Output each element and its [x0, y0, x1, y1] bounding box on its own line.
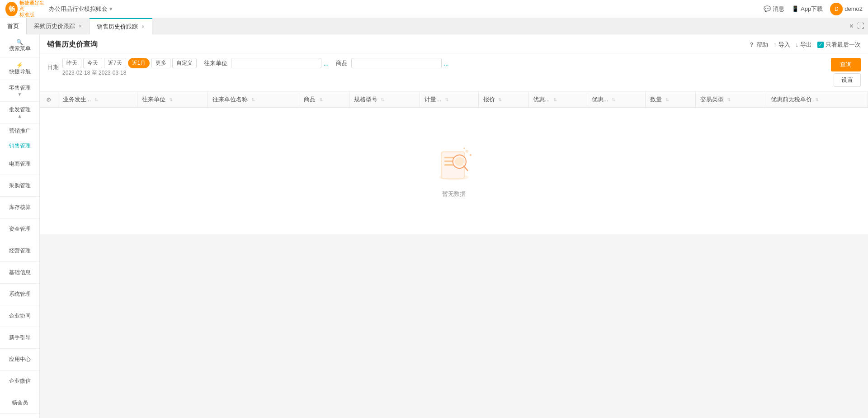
date-filter-group: 日期 昨天 今天 近7天 近1月 更多 自定义 2023-02-18 至 202… [47, 58, 197, 77]
tab-bar-actions: × ⛶ [849, 22, 868, 30]
col-unit[interactable]: 计量... ⇅ [420, 92, 479, 108]
sort-icon: ⇅ [381, 97, 384, 102]
sidebar-item-app-center[interactable]: 应用中心 [0, 349, 39, 370]
export-icon: ↓ [796, 41, 799, 48]
sort-icon: ⇅ [319, 97, 323, 102]
main-content: 🔍 搜索菜单 ⚡ 快捷导航 零售管理 ▼ 批发管理 ▲ 营销推广 销售管理 [0, 34, 868, 418]
close-all-tabs-button[interactable]: × [849, 22, 854, 30]
help-button[interactable]: ？ 帮助 [749, 41, 768, 49]
col-discount2[interactable]: 优惠... ⇅ [587, 92, 646, 108]
sort-icon: ⇅ [498, 97, 502, 102]
col-partner-code[interactable]: 往来单位 ⇅ [137, 92, 208, 108]
nav-icon: ⚡ [16, 62, 23, 68]
date-btn-custom[interactable]: 自定义 [172, 58, 197, 68]
message-icon: 💬 [764, 5, 771, 12]
col-product[interactable]: 商品 ⇅ [299, 92, 349, 108]
maximize-button[interactable]: ⛶ [857, 22, 864, 30]
avatar: D [830, 3, 843, 15]
sort-icon: ⇅ [815, 97, 819, 102]
sidebar-item-enterprise-wechat[interactable]: 企业微信 [0, 370, 39, 392]
page-title: 销售历史价查询 [47, 40, 98, 49]
close-tab-sales-icon[interactable]: × [142, 24, 145, 30]
chevron-down-icon: ▾ [109, 5, 113, 12]
sidebar-item-new-guide[interactable]: 新手引导 [0, 327, 39, 349]
gear-icon[interactable]: ⚙ [46, 96, 52, 103]
product-select-icon[interactable]: ... [443, 60, 449, 67]
sort-icon: ⇅ [553, 97, 557, 102]
sort-icon: ⇅ [727, 97, 731, 102]
page-area: 销售历史价查询 ？ 帮助 ↑ 导入 ↓ 导出 [40, 34, 868, 418]
app-download-button[interactable]: 📱 App下载 [792, 5, 823, 13]
tab-home[interactable]: 首页 [0, 18, 27, 34]
col-spec[interactable]: 规格型号 ⇅ [349, 92, 420, 108]
help-icon: ？ [749, 41, 755, 49]
filter-actions: 查询 设置 [831, 58, 861, 87]
sidebar-item-member[interactable]: 畅会员 [0, 392, 39, 414]
date-btn-yesterday[interactable]: 昨天 [62, 58, 81, 68]
col-pre-tax-price[interactable]: 优惠前无税单价 ⇅ [766, 92, 868, 108]
sidebar-item-wholesale-mgmt[interactable]: 批发管理 ▲ [0, 102, 39, 124]
svg-point-11 [463, 147, 465, 149]
import-icon: ↑ [774, 41, 777, 48]
sidebar-item-sales-mgmt[interactable]: 销售管理 [0, 138, 39, 153]
partner-input[interactable] [231, 58, 321, 68]
partner-select-icon[interactable]: ... [323, 60, 329, 67]
sidebar-item-retail-mgmt[interactable]: 零售管理 ▼ [0, 80, 39, 102]
sidebar-item-marketing[interactable]: 营销推广 [0, 124, 39, 138]
sidebar-item-search-menu[interactable]: 🔍 搜索菜单 [0, 34, 39, 57]
date-range-display: 2023-02-18 至 2023-03-18 [62, 69, 197, 77]
settings-button[interactable]: 设置 [834, 73, 861, 87]
date-btn-today[interactable]: 今天 [83, 58, 102, 68]
sidebar-item-system-mgmt[interactable]: 系统管理 [0, 284, 39, 305]
sidebar-item-ecommerce-mgmt[interactable]: 电商管理 [0, 153, 39, 175]
date-btn-7days[interactable]: 近7天 [104, 58, 126, 68]
col-quantity[interactable]: 数量 ⇅ [646, 92, 695, 108]
message-button[interactable]: 💬 消息 [764, 5, 784, 13]
only-last-checkbox-label: ✓ 只看最后一次 [817, 41, 861, 49]
product-input[interactable] [351, 58, 442, 68]
sidebar-item-operations-mgmt[interactable]: 经营管理 [0, 240, 39, 262]
company-selector[interactable]: 办公用品行业模拟账套 ▾ [49, 5, 113, 13]
query-button[interactable]: 查询 [831, 58, 861, 71]
page-header-actions: ？ 帮助 ↑ 导入 ↓ 导出 ✓ 只看最后一次 [749, 41, 861, 49]
import-button[interactable]: ↑ 导入 [774, 41, 790, 49]
sort-icon: ⇅ [169, 97, 173, 102]
sidebar-item-enterprise-collab[interactable]: 企业协同 [0, 305, 39, 327]
sidebar-item-purchase-mgmt[interactable]: 采购管理 [0, 175, 39, 197]
data-table: ⚙ 业务发生... ⇅ 往来单位 ⇅ [40, 92, 868, 108]
sidebar: 🔍 搜索菜单 ⚡ 快捷导航 零售管理 ▼ 批发管理 ▲ 营销推广 销售管理 [0, 34, 40, 418]
table-header-row: ⚙ 业务发生... ⇅ 往来单位 ⇅ [40, 92, 868, 108]
chevron-up-icon: ▲ [18, 114, 22, 119]
empty-state: 暂无数据 [40, 108, 868, 234]
empty-illustration [431, 144, 476, 185]
col-discount1[interactable]: 优惠... ⇅ [528, 92, 587, 108]
user-area[interactable]: D demo2 [830, 3, 863, 15]
col-quote[interactable]: 报价 ⇅ [478, 92, 528, 108]
svg-point-9 [465, 150, 468, 153]
col-biz-date[interactable]: 业务发生... ⇅ [58, 92, 137, 108]
product-input-group: ... [351, 58, 449, 68]
col-settings[interactable]: ⚙ [40, 92, 58, 108]
table-wrapper: ⚙ 业务发生... ⇅ 往来单位 ⇅ [40, 92, 868, 108]
tab-sales-history[interactable]: 销售历史价跟踪 × [90, 18, 152, 34]
search-icon: 🔍 [16, 39, 23, 45]
phone-icon: 📱 [792, 5, 799, 12]
sort-icon: ⇅ [251, 97, 255, 102]
sidebar-item-basic-info[interactable]: 基础信息 [0, 262, 39, 284]
col-trade-type[interactable]: 交易类型 ⇅ [695, 92, 766, 108]
sidebar-item-quick-nav[interactable]: ⚡ 快捷导航 [0, 57, 39, 81]
tab-bar: 首页 采购历史价跟踪 × 销售历史价跟踪 × × ⛶ [0, 18, 868, 34]
product-filter-label: 商品 [336, 59, 348, 67]
date-btn-more[interactable]: 更多 [151, 58, 170, 68]
page-content: 销售历史价查询 ？ 帮助 ↑ 导入 ↓ 导出 [40, 34, 868, 234]
sidebar-item-finance-mgmt[interactable]: 资金管理 [0, 218, 39, 240]
sidebar-item-inventory[interactable]: 库存核算 [0, 197, 39, 218]
partner-filter-group: 往来单位 ... [204, 58, 329, 68]
tab-purchase-history[interactable]: 采购历史价跟踪 × [27, 18, 90, 34]
close-tab-purchase-icon[interactable]: × [79, 23, 82, 29]
export-button[interactable]: ↓ 导出 [796, 41, 812, 49]
top-bar-right: 💬 消息 📱 App下载 D demo2 [764, 3, 863, 15]
col-partner-name[interactable]: 往来单位名称 ⇅ [208, 92, 299, 108]
date-btn-1month[interactable]: 近1月 [128, 58, 150, 68]
only-last-checkbox[interactable]: ✓ [817, 42, 824, 48]
